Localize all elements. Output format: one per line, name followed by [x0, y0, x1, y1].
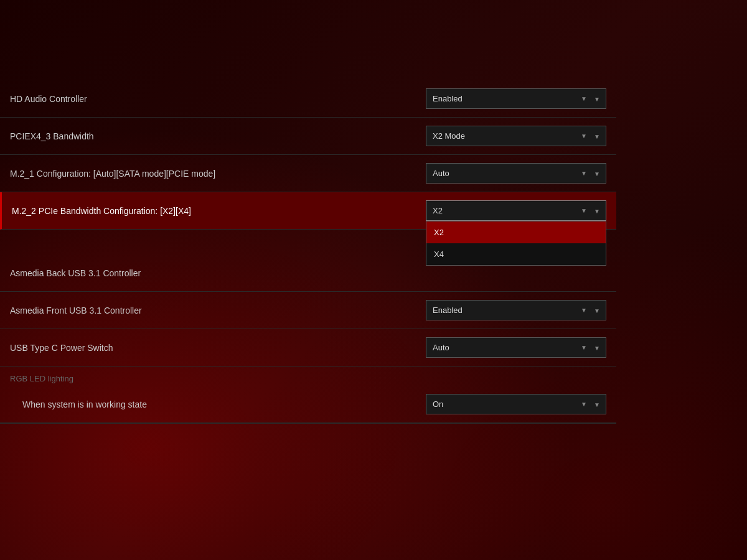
left-panel: ← Advanced\Onboard Devices Configuration… — [0, 56, 616, 516]
hd-audio-dropdown[interactable]: Enabled ▼ — [426, 88, 606, 109]
m2-1-dropdown-wrapper: Auto ▼ — [426, 163, 606, 184]
hd-audio-value: Enabled — [433, 94, 463, 103]
asmedia-front-dropdown-wrapper: Enabled ▼ — [426, 300, 606, 320]
setting-working-state: When system is in working state On ▼ — [0, 386, 616, 423]
pciex4-3-dropdown-arrow-icon: ▼ — [581, 133, 587, 139]
settings-list: HD Audio Controller Enabled ▼ PCIEX4_3 B… — [0, 80, 616, 479]
setting-m2-2-label: M.2_2 PCIe Bandwidth Configuration: [X2]… — [12, 206, 426, 216]
setting-usb-type-c: USB Type C Power Switch Auto ▼ — [0, 329, 616, 366]
rgb-section-title: RGB LED lighting — [10, 374, 73, 383]
working-state-dropdown[interactable]: On ▼ — [426, 394, 606, 414]
m2-2-dropdown-arrow-icon: ▼ — [581, 207, 587, 214]
hd-audio-dropdown-arrow-icon: ▼ — [581, 95, 587, 102]
setting-working-state-label: When system is in working state — [10, 399, 426, 409]
rgb-section-header: RGB LED lighting — [0, 366, 616, 386]
usb-type-c-dropdown[interactable]: Auto ▼ — [426, 337, 606, 358]
asmedia-front-value: Enabled — [433, 306, 463, 315]
option-x4-label: X4 — [434, 250, 444, 259]
setting-asmedia-back-label: Asmedia Back USB 3.1 Controller — [10, 268, 606, 278]
setting-m2-1-label: M.2_1 Configuration: [Auto][SATA mode][P… — [10, 169, 426, 179]
usb-type-c-dropdown-arrow-icon: ▼ — [581, 344, 587, 351]
setting-m2-2: M.2_2 PCIe Bandwidth Configuration: [X2]… — [0, 192, 616, 230]
setting-asmedia-front-label: Asmedia Front USB 3.1 Controller — [10, 306, 426, 315]
working-state-value: On — [433, 399, 443, 409]
setting-usb-type-c-label: USB Type C Power Switch — [10, 343, 426, 353]
asmedia-front-dropdown[interactable]: Enabled ▼ — [426, 300, 606, 320]
m2-2-dropdown-menu: X2 X4 — [426, 221, 606, 266]
option-x4[interactable]: X4 — [426, 243, 606, 265]
asmedia-front-dropdown-arrow-icon: ▼ — [581, 307, 587, 314]
pciex4-3-value: X2 Mode — [433, 131, 465, 141]
m2-2-dropdown-wrapper: X2 ▼ X2 X4 — [426, 200, 606, 221]
m2-2-value: X2 — [433, 206, 443, 215]
setting-m2-1: M.2_1 Configuration: [Auto][SATA mode][P… — [0, 155, 616, 192]
m2-1-dropdown[interactable]: Auto ▼ — [426, 163, 606, 184]
m2-1-value: Auto — [433, 169, 449, 178]
working-state-dropdown-wrapper: On ▼ — [426, 394, 606, 414]
option-x2[interactable]: X2 — [426, 222, 606, 243]
setting-hd-audio: HD Audio Controller Enabled ▼ — [0, 80, 616, 118]
section-divider — [0, 423, 616, 424]
option-x2-label: X2 — [434, 228, 444, 237]
usb-type-c-dropdown-wrapper: Auto ▼ — [426, 337, 606, 358]
setting-asmedia-front: Asmedia Front USB 3.1 Controller Enabled… — [0, 292, 616, 329]
setting-hd-audio-label: HD Audio Controller — [10, 94, 426, 104]
m2-1-dropdown-arrow-icon: ▼ — [581, 170, 587, 177]
m2-2-dropdown[interactable]: X2 ▼ — [426, 200, 606, 221]
setting-pciex4-3-label: PCIEX4_3 Bandwidth — [10, 131, 426, 141]
working-state-dropdown-arrow-icon: ▼ — [581, 401, 587, 408]
setting-pciex4-3: PCIEX4_3 Bandwidth X2 Mode ▼ — [0, 118, 616, 155]
pciex4-3-dropdown-wrapper: X2 Mode ▼ — [426, 126, 606, 146]
main-container: ROG UEFI BIOS Utility – Advanced Mode 10… — [0, 0, 747, 560]
pciex4-3-dropdown[interactable]: X2 Mode ▼ — [426, 126, 606, 146]
usb-type-c-value: Auto — [433, 343, 449, 352]
hd-audio-dropdown-wrapper: Enabled ▼ — [426, 88, 606, 109]
